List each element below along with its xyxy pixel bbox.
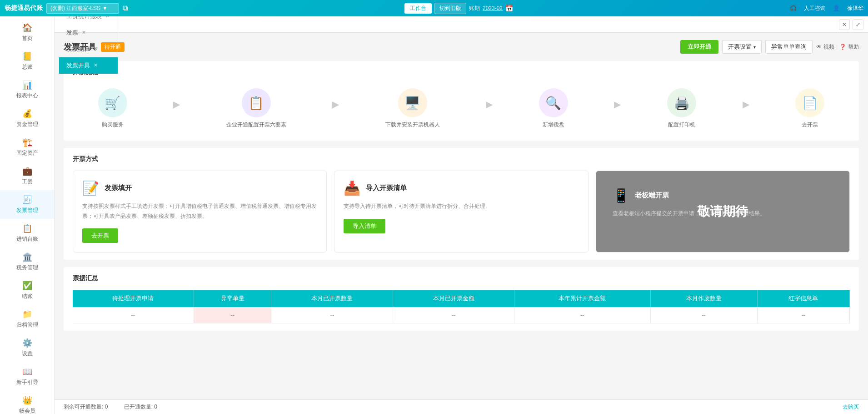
invoice-icon: 🧾 — [22, 195, 32, 205]
company-selector[interactable]: (勿删) 江西服室-LSS ▼ — [46, 3, 119, 14]
summary-header: 本月作废数量 — [650, 290, 757, 307]
method-title-boss: 老板端开票 — [635, 191, 669, 200]
ticket-methods: 📝 发票填开 支持按照发票样式手工填选开发票；可开具增值税电子普通发票、增值税普… — [73, 171, 850, 252]
sidebar-label-purchase: 进销台账 — [16, 235, 38, 243]
top-bar-center: 工作台 切到旧版 账期 2023-02 📅 — [404, 3, 513, 14]
goto-buy-link[interactable]: 去购买 — [843, 403, 859, 411]
method-icon-fill: 📝 — [82, 180, 99, 196]
top-bar: 畅捷通易代账 (勿删) 江西服室-LSS ▼ ⧉ 工作台 切到旧版 账期 202… — [0, 0, 868, 16]
tab-close-fapiao-calc[interactable]: ✕ — [93, 45, 99, 52]
tab-salary-stats[interactable]: 工资统计报表✕ — [59, 16, 118, 25]
workflow-step-download[interactable]: 🖥️ 下载并安装开票机器人 — [385, 88, 440, 129]
tab-bar-right: ✕ ⤢ — [839, 19, 863, 30]
open-now-button[interactable]: 立即开通 — [680, 40, 718, 54]
sidebar-item-reports[interactable]: 📊报表中心 — [0, 76, 54, 104]
method-btn-fill[interactable]: 去开票 — [82, 228, 118, 243]
tab-fapiao[interactable]: 发票✕ — [59, 25, 118, 41]
home-icon: 🏠 — [22, 23, 32, 33]
summary-header: 待处理开票申请 — [73, 290, 194, 307]
tab-label-fapiao-open: 发票开具 — [66, 61, 90, 70]
summary-header: 红字信息单 — [757, 290, 849, 307]
opened-label: 已开通数量: 0 — [124, 404, 157, 410]
method-card-boss: 📱 老板端开票 查看老板端小程序提交的开票申请，并作出相应处理开票结果。 敬请期… — [596, 171, 850, 252]
funds-icon: 💰 — [22, 109, 32, 119]
bottom-bar: 剩余可开通数量: 0 已开通数量: 0 去购买 — [55, 399, 868, 414]
app-logo: 畅捷通易代账 — [5, 4, 43, 12]
workbench-button[interactable]: 工作台 — [404, 3, 432, 14]
sidebar-label-invoice: 发票管理 — [16, 207, 38, 214]
tax-icon: 🏛️ — [22, 252, 32, 262]
summary-cell-0: -- — [73, 307, 194, 323]
sidebar-label-tax: 税务管理 — [16, 264, 38, 272]
period-value[interactable]: 2023-02 — [483, 5, 503, 11]
sidebar-item-funds[interactable]: 💰资金管理 — [0, 104, 54, 133]
sidebar-item-settings[interactable]: ⚙️设置 — [0, 333, 54, 362]
workflow-step-open-ticket[interactable]: 📄 去开票 — [795, 88, 824, 129]
workflow-section: 开票流程 🛒 购买服务 ▶ 📋 企业开通配置开票六要素 ▶ 🖥️ 下载并安装开票… — [64, 61, 859, 141]
close-tab-button[interactable]: ✕ — [839, 19, 850, 30]
summary-header: 本月已开票金额 — [393, 290, 514, 307]
methods-title: 开票方式 — [73, 155, 850, 163]
header-actions: 立即开通 开票设置 ▾ 异常单单查询 👁 视频 | ❓ 帮助 — [680, 40, 859, 54]
sidebar-item-assets[interactable]: 🏗️固定资产 — [0, 133, 54, 162]
sidebar-item-home[interactable]: 🏠首页 — [0, 18, 54, 47]
ledger-icon: 📒 — [22, 51, 32, 61]
sidebar-item-archive[interactable]: 📁归档管理 — [0, 305, 54, 333]
tab-fapiao-open[interactable]: 发票开具✕ — [59, 57, 118, 74]
company-name: (勿删) 江西服室-LSS — [50, 5, 100, 12]
step-arrow-4: ▶ — [743, 99, 749, 119]
tab-fapiao-calc[interactable]: 发票测算✕ — [59, 41, 118, 57]
step-label-buy-service: 购买服务 — [102, 121, 124, 129]
sidebar-label-reports: 报表中心 — [16, 92, 38, 100]
top-bar-right: 🎧 人工咨询 👤 徐泽华 — [790, 5, 863, 12]
method-btn-import[interactable]: 导入清单 — [344, 219, 385, 233]
view-options[interactable]: 👁 视频 | ❓ 帮助 — [816, 43, 859, 51]
workflow-step-print[interactable]: 🖨️ 配置打印机 — [667, 88, 696, 129]
workflow-step-configure[interactable]: 📋 企业开通配置开票六要素 — [226, 88, 286, 129]
calendar-icon[interactable]: 📅 — [505, 5, 513, 12]
sidebar-label-settings: 设置 — [22, 350, 33, 358]
tab-close-fapiao-open[interactable]: ✕ — [93, 62, 99, 69]
tab-label-salary-stats: 工资统计报表 — [66, 16, 102, 20]
sidebar-item-ledger[interactable]: 📒总账 — [0, 47, 54, 76]
summary-section: 票据汇总 待处理开票申请异常单量本月已开票数量本月已开票金额本年累计开票金额本月… — [64, 267, 859, 331]
sidebar-label-assets: 固定资产 — [16, 149, 38, 157]
copy-icon[interactable]: ⧉ — [123, 4, 128, 12]
sidebar-item-purchase[interactable]: 📋进销台账 — [0, 219, 54, 247]
workflow-steps: 🛒 购买服务 ▶ 📋 企业开通配置开票六要素 ▶ 🖥️ 下载并安装开票机器人 ▶… — [73, 84, 850, 133]
sidebar-items-container: 🏠首页📒总账📊报表中心💰资金管理🏗️固定资产💼工资🧾发票管理📋进销台账🏛️税务管… — [0, 18, 54, 414]
chevron-down-icon: ▾ — [753, 45, 756, 50]
workflow-step-add-taxbox[interactable]: 🔍 新增税盘 — [539, 88, 568, 129]
separator: | — [836, 44, 838, 50]
expand-tab-button[interactable]: ⤢ — [853, 19, 863, 30]
switch-version-button[interactable]: 切到旧版 — [434, 3, 466, 14]
tab-close-fapiao[interactable]: ✕ — [81, 29, 87, 36]
sidebar-label-settle: 结账 — [22, 293, 33, 300]
sidebar: 🏠首页📒总账📊报表中心💰资金管理🏗️固定资产💼工资🧾发票管理📋进销台账🏛️税务管… — [0, 16, 55, 414]
assets-icon: 🏗️ — [22, 137, 32, 147]
tab-close-salary-stats[interactable]: ✕ — [105, 16, 110, 20]
step-label-open-ticket: 去开票 — [802, 121, 818, 129]
user-name[interactable]: 徐泽华 — [847, 5, 863, 12]
sidebar-item-guide[interactable]: 📖新手引导 — [0, 362, 54, 391]
workflow-step-buy-service[interactable]: 🛒 购买服务 — [98, 88, 127, 129]
open-settings-button[interactable]: 开票设置 ▾ — [722, 40, 762, 54]
sidebar-item-invoice[interactable]: 🧾发票管理 — [0, 190, 54, 219]
step-label-print: 配置打印机 — [668, 121, 695, 129]
sidebar-item-settle[interactable]: ✅结账 — [0, 276, 54, 305]
sidebar-item-salary[interactable]: 💼工资 — [0, 162, 54, 190]
abnormal-query-button[interactable]: 异常单单查询 — [765, 40, 813, 54]
view-icon: 👁 — [816, 44, 822, 50]
service-label[interactable]: 人工咨询 — [804, 5, 826, 12]
sidebar-item-member[interactable]: 👑畅会员 — [0, 391, 54, 414]
method-desc-fill: 支持按照发票样式手工填选开发票；可开具增值税电子普通发票、增值税普通发票、增值税… — [82, 202, 317, 221]
step-icon-configure: 📋 — [242, 88, 271, 117]
guide-icon: 📖 — [22, 367, 32, 377]
sidebar-item-tax[interactable]: 🏛️税务管理 — [0, 247, 54, 276]
purchase-icon: 📋 — [22, 223, 32, 233]
summary-cell-6: -- — [757, 307, 849, 323]
summary-header: 本月已开票数量 — [271, 290, 393, 307]
settings-icon: ⚙️ — [22, 338, 32, 348]
summary-title: 票据汇总 — [73, 274, 850, 283]
summary-cell-2: -- — [271, 307, 393, 323]
